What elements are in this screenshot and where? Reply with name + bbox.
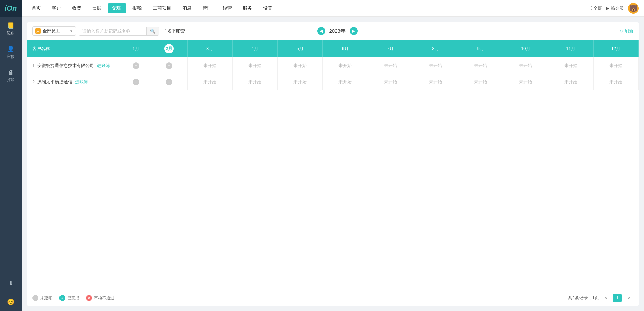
table-row: 1安徽畅捷通信息技术有限公司进账簿−−未开始未开始未开始未开始未开始未开始未开始… [27, 57, 639, 74]
sidebar-item-support[interactable]: 😊 [0, 293, 22, 311]
status-not-started: 未开始 [519, 63, 532, 68]
nav-right: ⛶ 全屏 ▶ 畅会员 🐻 [588, 3, 639, 14]
legend-rejected: ✕ 审核不通过 [86, 295, 114, 301]
toolbar: 人 全部员工 ▼ 🔍 名下账套 ◀ 2023年 ▶ [27, 22, 639, 40]
sidebar-item-audit[interactable]: 👤 审核 [0, 40, 22, 64]
table-cell-m11: 未开始 [548, 74, 593, 90]
footer: − 未建账 ✓ 已完成 ✕ 审核不通过 共2条记录， [27, 290, 639, 306]
main-area: 首页 客户 收费 票据 记账 报税 工商项目 消息 管理 经营 服务 设置 ⛶ … [22, 0, 644, 311]
table-cell-m10: 未开始 [503, 57, 548, 74]
legend-dot-teal: ✓ [59, 295, 65, 301]
legend-completed: ✓ 已完成 [59, 295, 79, 301]
status-not-started: 未开始 [429, 63, 442, 68]
nav-bookkeeping[interactable]: 记账 [108, 3, 126, 13]
sidebar-item-download[interactable]: ⬇ [0, 274, 22, 293]
next-page-button[interactable]: > [625, 294, 633, 302]
row-number: 2 [32, 79, 35, 84]
current-month-badge: 2月 [164, 44, 174, 53]
status-not-started: 未开始 [203, 63, 216, 68]
table-cell-m11: 未开始 [548, 57, 593, 74]
sidebar-bottom: ⬇ 😊 [0, 274, 22, 311]
table-cell-m5: 未开始 [278, 74, 323, 90]
nav-customer[interactable]: 客户 [47, 3, 66, 13]
accounts-table: 客户名称 1月 2月 3月 4月 5月 6月 7月 8月 9月 [27, 40, 639, 90]
row-company-name: 漯澜太平畅捷通信 [37, 79, 72, 84]
col-m10: 10月 [503, 40, 548, 57]
table-cell-m4: 未开始 [232, 74, 277, 90]
table-cell-m6: 未开始 [323, 57, 368, 74]
employee-select[interactable]: 人 全部员工 ▼ [32, 26, 76, 36]
year-nav: ◀ 2023年 ▶ [317, 27, 358, 35]
employee-icon: 人 [35, 28, 41, 34]
sidebar-item-label: 记账 [7, 31, 14, 36]
table-cell-m12: 未开始 [593, 57, 638, 74]
col-name: 客户名称 [27, 40, 121, 57]
download-icon: ⬇ [8, 280, 13, 287]
status-not-started: 未开始 [248, 63, 261, 68]
status-not-started: 未开始 [293, 79, 307, 84]
enter-ledger-link[interactable]: 进账簿 [75, 79, 88, 84]
dash-icon: − [133, 62, 139, 69]
nav-tax[interactable]: 报税 [128, 3, 147, 13]
enter-ledger-link[interactable]: 进账簿 [97, 63, 110, 68]
table-cell-m1: − [121, 57, 151, 74]
nav-operation[interactable]: 经营 [218, 3, 237, 13]
status-not-built: − [133, 79, 139, 85]
col-m3: 3月 [187, 40, 232, 57]
table-cell-m5: 未开始 [278, 57, 323, 74]
status-not-started: 未开始 [429, 79, 442, 84]
checkbox-my-accounts[interactable] [162, 29, 166, 33]
page-1-button[interactable]: 1 [613, 294, 622, 302]
col-m2: 2月 [151, 40, 187, 57]
nav-collection[interactable]: 收费 [67, 3, 86, 13]
employee-label: 全部员工 [43, 28, 68, 34]
table-cell-m8: 未开始 [413, 57, 458, 74]
sidebar-item-print[interactable]: 🖨 打印 [0, 64, 22, 87]
search-input[interactable] [79, 27, 146, 35]
content: 人 全部员工 ▼ 🔍 名下账套 ◀ 2023年 ▶ [22, 17, 644, 311]
row-number: 1 [32, 63, 35, 68]
table-cell-m3: 未开始 [187, 74, 232, 90]
sidebar-item-accounting[interactable]: 📒 记账 [0, 17, 22, 40]
nav-invoice[interactable]: 票据 [87, 3, 106, 13]
table-cell-name: 1安徽畅捷通信息技术有限公司进账簿 [27, 57, 121, 74]
table-cell-m2: − [151, 74, 187, 90]
status-not-built: − [166, 62, 172, 69]
col-m1: 1月 [121, 40, 151, 57]
nav-service[interactable]: 服务 [238, 3, 257, 13]
next-year-button[interactable]: ▶ [350, 27, 358, 35]
nav-settings[interactable]: 设置 [258, 3, 277, 13]
table-cell-m10: 未开始 [503, 74, 548, 90]
dash-icon: − [166, 62, 172, 69]
nav-business[interactable]: 工商项目 [148, 3, 176, 13]
member-button[interactable]: ▶ 畅会员 [606, 5, 624, 11]
col-m5: 5月 [278, 40, 323, 57]
checkbox-label[interactable]: 名下账套 [162, 28, 185, 34]
prev-year-button[interactable]: ◀ [317, 27, 325, 35]
search-box: 🔍 [79, 27, 159, 36]
col-m9: 9月 [458, 40, 503, 57]
search-button[interactable]: 🔍 [146, 27, 159, 35]
col-m12: 12月 [593, 40, 638, 57]
status-not-started: 未开始 [384, 79, 397, 84]
nav-home[interactable]: 首页 [27, 3, 46, 13]
prev-page-button[interactable]: < [602, 294, 610, 302]
status-not-started: 未开始 [203, 79, 216, 84]
logo: iOn [0, 0, 22, 17]
status-not-started: 未开始 [338, 79, 352, 84]
col-m4: 4月 [232, 40, 277, 57]
fullscreen-button[interactable]: ⛶ 全屏 [588, 5, 602, 11]
print-icon: 🖨 [8, 69, 14, 76]
refresh-button[interactable]: ↻ 刷新 [619, 28, 633, 34]
table-cell-m3: 未开始 [187, 57, 232, 74]
avatar[interactable]: 🐻 [628, 3, 639, 14]
col-m8: 8月 [413, 40, 458, 57]
table-cell-m12: 未开始 [593, 74, 638, 90]
table-cell-m2: − [151, 57, 187, 74]
legend-dot-grey: − [32, 295, 38, 301]
legend-dot-red: ✕ [86, 295, 92, 301]
nav-management[interactable]: 管理 [198, 3, 216, 13]
year-text: 2023年 [329, 28, 346, 34]
main-card: 人 全部员工 ▼ 🔍 名下账套 ◀ 2023年 ▶ [27, 22, 639, 306]
nav-message[interactable]: 消息 [177, 3, 196, 13]
